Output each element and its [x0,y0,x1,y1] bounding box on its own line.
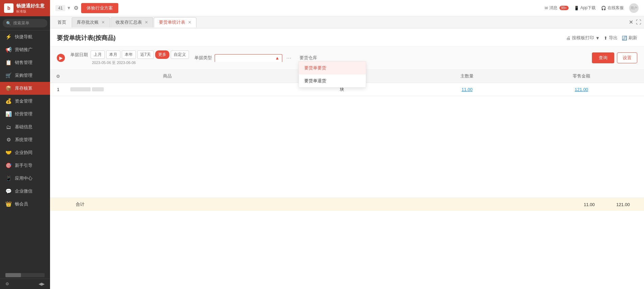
date-btn-custom[interactable]: 自定义 [171,50,189,59]
page-header: 要货单统计表(按商品) 🖨 按模板打印 ▼ ⬆ 导出 🔄 刷新 [50,28,644,46]
message-icon: ✉ [545,6,548,10]
sidebar-item-inventory[interactable]: 📦 库存核算 [0,82,50,95]
col-settings[interactable]: ⚙ [50,70,66,83]
sidebar-item-wechat[interactable]: 💬 企业微信 [0,185,50,198]
total-amount: 121.00 [606,202,640,207]
sidebar-item-finance[interactable]: 💰 资金管理 [0,95,50,108]
messages-badge: 99+ [559,6,569,10]
app-download-action[interactable]: 📱 App下载 [574,5,596,11]
finance-icon: 💰 [5,98,11,104]
date-filter-group: 单据日期 上月 本月 本年 近7天 更多 自定义 2023-05-06 至 20… [70,50,189,65]
messages-action[interactable]: ✉ 消息 99+ [545,5,569,11]
type-input[interactable] [215,54,282,62]
store-selector[interactable]: 41 ▼ [55,5,71,11]
messages-label: 消息 [549,5,557,11]
sidebar-item-label: 应用中心 [15,175,32,181]
tab-expand-btn[interactable]: ⛶ [636,19,641,25]
sales-icon: 📋 [5,60,11,66]
sidebar-item-operation[interactable]: 📊 经营管理 [0,108,50,120]
tab-order-stats-close[interactable]: ✕ [188,20,191,25]
cell-qty: 11.00 [415,83,519,96]
search-icon: 🔍 [6,21,11,26]
dropdown-item-order-return[interactable]: 要货单退货 [299,74,366,87]
sidebar-item-label: 新手引导 [15,162,32,169]
topbar-settings-icon[interactable]: ⚙ [74,5,78,11]
tab-home[interactable]: 首页 [53,17,71,27]
tab-order-stats[interactable]: 要货单统计表 ✕ [154,17,196,27]
inventory-icon: 📦 [5,85,11,91]
print-label: 按模板打印 [572,35,594,41]
sidebar-item-enterprise[interactable]: 🤝 企业协同 [0,146,50,159]
sidebar: b 畅捷通好生意 标准版 🔍 搜索菜单 ⚡ 快捷导航 📢 营销推广 📋 销售管理… [0,0,50,289]
settings-btn[interactable]: 设置 [617,52,637,63]
date-shortcuts: 上月 本月 本年 近7天 更多 自定义 [91,50,189,59]
col-product: 商品 [66,70,269,83]
tabbar-controls: ✕ ⛶ [629,19,641,25]
tab-home-label: 首页 [57,19,66,25]
refresh-btn[interactable]: 🔄 刷新 [622,35,637,41]
refresh-icon: 🔄 [622,36,627,41]
tab-recv-summary-close[interactable]: ✕ [145,20,148,25]
filter-buttons: 查询 设置 [592,52,637,63]
app-icon: 📱 [574,6,579,10]
sidebar-item-marketing[interactable]: 📢 营销推广 [0,43,50,56]
online-service-action[interactable]: 🎧 在线客服 [601,5,624,11]
purchase-icon: 🛒 [5,72,11,79]
marketing-icon: 📢 [5,47,11,53]
cell-product [66,83,269,96]
tab-inventory-batch-close[interactable]: ✕ [101,20,105,25]
user-avatar[interactable]: 用户 [629,3,639,13]
filter-expand-btn[interactable]: ▶ [57,54,65,62]
query-btn[interactable]: 查询 [592,52,614,63]
type-more-icon[interactable]: ··· [286,54,291,62]
col-settings-icon[interactable]: ⚙ [56,74,60,79]
sidebar-item-member[interactable]: 👑 畅会员 [0,198,50,210]
quick-nav-icon: ⚡ [5,34,11,40]
sidebar-item-purchase[interactable]: 🛒 采购管理 [0,69,50,82]
sidebar-header: b 畅捷通好生意 标准版 [0,0,50,16]
page-title: 要货单统计表(按商品) [57,34,116,42]
sidebar-item-label: 经营管理 [15,111,32,117]
date-btn-this-year[interactable]: 本年 [122,50,136,59]
sidebar-item-appstore[interactable]: 📱 应用中心 [0,172,50,185]
date-btn-last-month[interactable]: 上月 [91,50,105,59]
sidebar-item-system[interactable]: ⚙ 系统管理 [0,133,50,146]
sidebar-item-label: 企业协同 [15,150,32,156]
table-footer: 合计 11.00 121.00 [50,198,644,211]
sidebar-item-basic[interactable]: 🗂 基础信息 [0,120,50,133]
settings-icon[interactable]: ⚙ [5,282,9,286]
enterprise-icon: 🤝 [5,150,11,156]
sidebar-search-container[interactable]: 🔍 搜索菜单 [0,16,50,30]
sidebar-item-guide[interactable]: 🎯 新手引导 [0,159,50,172]
date-btn-more[interactable]: 更多 [155,50,169,59]
refresh-label: 刷新 [628,35,637,41]
export-btn[interactable]: ⬆ 导出 [604,35,618,41]
tab-close-btn[interactable]: ✕ [629,19,633,25]
app-logo: b [4,3,14,13]
tab-recv-summary[interactable]: 收发存汇总表 ✕ [111,17,153,27]
appstore-icon: 📱 [5,175,11,181]
sidebar-footer: ⚙ ◀▶ [0,279,50,289]
dropdown-item-order-purchase[interactable]: 要货单要货 [299,62,366,74]
tab-order-stats-label: 要货单统计表 [159,19,185,25]
col-amount: 零售金额 [519,70,644,83]
print-template-btn[interactable]: 🖨 按模板打印 ▼ [566,35,600,41]
industry-btn[interactable]: 体验行业方案 [81,3,118,13]
page-content: 要货单统计表(按商品) 🖨 按模板打印 ▼ ⬆ 导出 🔄 刷新 ▶ [50,28,644,289]
operation-icon: 📊 [5,111,11,117]
sidebar-scrollbar[interactable] [5,273,45,277]
sidebar-item-label: 库存核算 [15,85,32,91]
sidebar-search-btn[interactable]: 🔍 搜索菜单 [3,19,47,27]
date-btn-7days[interactable]: 近7天 [137,50,154,59]
warehouse-input[interactable] [320,54,374,62]
sidebar-item-label: 基础信息 [15,124,32,130]
date-btn-this-month[interactable]: 本月 [106,50,120,59]
sidebar-item-quick-nav[interactable]: ⚡ 快捷导航 [0,30,50,43]
sidebar-item-sales[interactable]: 📋 销售管理 [0,56,50,69]
collapse-icon[interactable]: ◀▶ [39,282,45,286]
tab-inventory-batch-label: 库存批次账 [77,19,99,25]
online-service-label: 在线客服 [607,5,624,11]
content-spacer [50,96,644,198]
sidebar-item-label: 采购管理 [15,72,32,79]
tab-inventory-batch[interactable]: 库存批次账 ✕ [72,17,110,27]
